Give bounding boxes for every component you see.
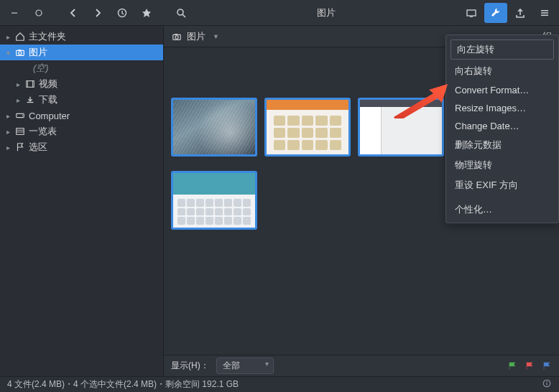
flag-red-icon[interactable] [525, 361, 535, 371]
svg-rect-8 [541, 14, 548, 16]
camera-icon [171, 31, 183, 42]
caret-icon: ▸ [14, 96, 22, 104]
sidebar-item-label: 主文件夹 [29, 30, 66, 43]
sidebar-item-label: 图片 [29, 46, 47, 59]
tools-dropdown: 向左旋转 向右旋转 Convert Format… Resize Images…… [445, 34, 559, 223]
thumbnail-item[interactable] [171, 98, 257, 157]
menu-button[interactable] [533, 3, 556, 23]
filter-combo[interactable]: 全部 [216, 358, 274, 374]
sidebar-item-catalog[interactable]: ▸ 一览表 [0, 123, 163, 139]
menu-delete-metadata[interactable]: 删除元数据 [446, 135, 558, 155]
tools-button[interactable] [484, 3, 507, 23]
sidebar-item-label: 下载 [39, 93, 57, 106]
back-button[interactable] [62, 3, 85, 23]
caret-icon: ▸ [4, 33, 11, 41]
filter-bar: 显示(H)： 全部 [164, 355, 559, 376]
menu-change-date[interactable]: Change Date… [446, 117, 558, 135]
menu-physical-rotate[interactable]: 物理旋转 [446, 155, 558, 175]
svg-rect-7 [541, 12, 548, 14]
svg-rect-0 [11, 12, 17, 13]
chevron-down-icon[interactable]: ▼ [213, 33, 219, 40]
flag-icon [14, 141, 26, 153]
caret-icon: ▸ [4, 112, 11, 120]
sidebar-item-label: 一览表 [29, 125, 57, 138]
sidebar: ▸ 主文件夹 ▾ 图片 (空) ▸ 视频 ▸ 下载 ▸ Computer ▸ [0, 26, 164, 376]
minimize-icon[interactable] [3, 3, 26, 23]
svg-point-17 [175, 35, 178, 38]
film-icon [24, 78, 36, 90]
home-icon [14, 31, 26, 42]
filter-label: 显示(H)： [171, 360, 209, 372]
svg-rect-5 [470, 17, 473, 17]
svg-rect-11 [18, 50, 21, 51]
flag-blue-icon[interactable] [542, 361, 552, 371]
drive-icon [14, 110, 26, 121]
sidebar-item-label: 选区 [29, 141, 47, 154]
sidebar-item-computer[interactable]: ▸ Computer [0, 108, 163, 123]
caret-icon: ▸ [4, 128, 11, 136]
status-bar: 4 文件(2.4 MB)・4 个选中文件(2.4 MB)・剩余空间 192.1 … [0, 376, 559, 392]
thumbnail-item[interactable] [171, 171, 257, 230]
download-icon [24, 94, 36, 106]
sidebar-item-selection[interactable]: ▸ 选区 [0, 139, 163, 155]
status-text: 4 文件(2.4 MB)・4 个选中文件(2.4 MB)・剩余空间 192.1 … [7, 378, 239, 391]
svg-point-3 [177, 9, 183, 15]
slideshow-button[interactable] [460, 3, 483, 23]
list-icon [14, 126, 26, 137]
maximize-icon[interactable] [27, 3, 50, 23]
menu-rotate-right[interactable]: 向右旋转 [446, 61, 558, 81]
sidebar-item-label: (空) [33, 62, 49, 75]
sidebar-item-empty: (空) [0, 60, 163, 76]
svg-rect-6 [541, 10, 548, 11]
toolbar: 图片 [0, 0, 559, 26]
sidebar-item-videos[interactable]: ▸ 视频 [0, 76, 163, 92]
svg-rect-21 [546, 383, 547, 386]
svg-point-20 [546, 381, 547, 382]
thumbnail-item[interactable] [358, 98, 444, 157]
bookmark-button[interactable] [135, 3, 158, 23]
menu-customize[interactable]: 个性化… [446, 200, 558, 220]
camera-icon [14, 47, 26, 58]
menu-resize-images[interactable]: Resize Images… [446, 99, 558, 117]
sidebar-item-downloads[interactable]: ▸ 下载 [0, 92, 163, 108]
window-title: 图片 [294, 6, 359, 19]
svg-point-1 [36, 10, 42, 16]
menu-convert-format[interactable]: Convert Format… [446, 81, 558, 99]
thumbnail-item[interactable] [264, 98, 351, 157]
svg-rect-15 [17, 129, 24, 135]
forward-button[interactable] [86, 3, 109, 23]
menu-rotate-left[interactable]: 向左旋转 [451, 39, 554, 60]
sidebar-item-pictures[interactable]: ▾ 图片 [0, 45, 163, 60]
svg-rect-18 [175, 34, 177, 35]
sidebar-item-label: 视频 [39, 78, 57, 90]
caret-icon: ▸ [4, 144, 11, 151]
history-button[interactable] [111, 3, 134, 23]
caret-icon: ▾ [4, 49, 11, 57]
search-button[interactable] [170, 3, 193, 23]
location-label: 图片 [187, 30, 205, 43]
menu-reset-exif[interactable]: 重设 EXIF 方向 [446, 175, 558, 195]
export-button[interactable] [509, 3, 532, 23]
sidebar-item-home[interactable]: ▸ 主文件夹 [0, 29, 163, 45]
info-icon[interactable] [542, 378, 552, 391]
svg-rect-4 [467, 10, 476, 16]
svg-point-10 [19, 52, 22, 55]
caret-icon: ▸ [14, 80, 22, 88]
flag-green-icon[interactable] [507, 361, 517, 371]
svg-point-14 [22, 115, 23, 116]
sidebar-item-label: Computer [29, 111, 70, 121]
